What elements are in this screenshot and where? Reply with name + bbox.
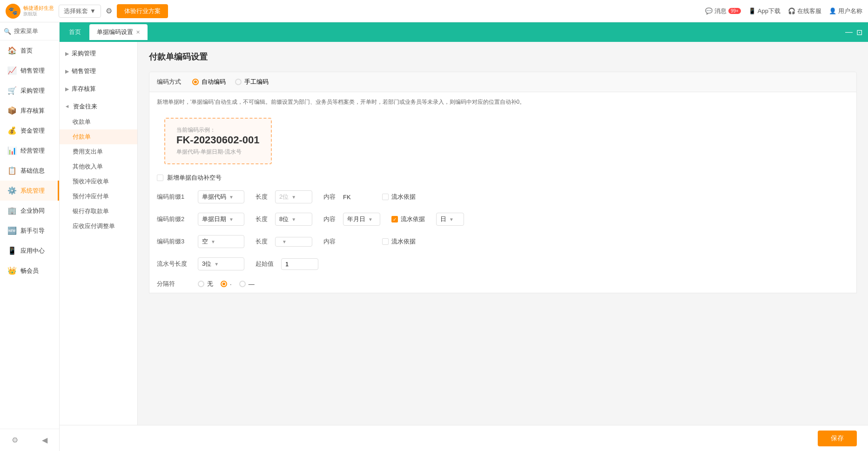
logo-icon: 🐾 (6, 4, 20, 19)
chevron-down-icon: ▼ (229, 217, 234, 222)
length2-select[interactable]: 8位 ▼ (275, 213, 312, 226)
encoding-card: 编码方式 自动编码 手工编码 (149, 72, 857, 293)
subnav-title-capital[interactable]: ▼ 资金往来 (60, 99, 137, 114)
logo: 🐾 畅捷通好生意 旗舰版 (6, 4, 54, 19)
prefix1-select[interactable]: 单据代码 ▼ (198, 190, 244, 203)
subnav-group-purchase: ▶ 采购管理 (60, 46, 137, 61)
serial2-checkbox[interactable]: ✓ (391, 216, 398, 222)
save-button[interactable]: 保存 (818, 431, 857, 446)
subnav-child-payment[interactable]: 付款单 (60, 129, 137, 144)
sidebar-item-purchase[interactable]: 🛒 采购管理 (0, 81, 59, 101)
phone-icon: 📱 (748, 7, 756, 14)
preview-box: 当前编码示例： FK-20230602-001 单据代码-单据日期-流水号 (164, 118, 272, 164)
prefix1-label: 编码前缀1 (157, 193, 190, 201)
page-title: 付款单编码设置 (149, 51, 857, 62)
config-row-2: 编码前缀2 单据日期 ▼ 长度 8位 ▼ 内容 年月日 (149, 208, 857, 230)
sidebar-item-home[interactable]: 🏠 首页 (0, 40, 59, 61)
sidebar-item-basic[interactable]: 📋 基础信息 (0, 161, 59, 181)
serial1-checkbox[interactable] (382, 194, 389, 200)
serial-length-select[interactable]: 3位 ▼ (198, 257, 244, 270)
auto-radio[interactable]: 自动编码 (192, 78, 226, 86)
tab-encoding[interactable]: 单据编码设置 ✕ (89, 24, 148, 40)
sidebar-item-enterprise[interactable]: 🏢 企业协同 (0, 201, 59, 221)
subnav-child-bank-deposit[interactable]: 银行存取款单 (60, 204, 137, 219)
subnav-child-prepay-recv[interactable]: 预收冲应收单 (60, 174, 137, 189)
content3-label: 内容 (323, 237, 336, 246)
serial-length-label: 流水号长度 (157, 260, 190, 268)
tabbar: 首页 单据编码设置 ✕ — ⊡ (60, 22, 868, 42)
arrow-down-icon: ▼ (65, 104, 70, 109)
encoding-method-row: 编码方式 自动编码 手工编码 (149, 72, 857, 92)
subnav-title-inventory[interactable]: ▶ 库存核算 (60, 81, 137, 97)
chevron-down-icon: ▼ (282, 239, 287, 244)
finance-icon: 💰 (7, 126, 17, 135)
message-button[interactable]: 💬 消息 99+ (705, 7, 741, 15)
subnav-group-capital: ▼ 资金往来 收款单 付款单 费用支出单 其他收入单 (60, 99, 137, 234)
home-icon: 🏠 (7, 46, 17, 55)
auto-fill-checkbox[interactable] (157, 175, 163, 181)
settings-bottom-icon[interactable]: ⚙ (9, 433, 21, 447)
tabbar-actions: — ⊡ (845, 28, 866, 37)
enterprise-icon: 🏢 (7, 206, 17, 215)
sep-dot[interactable]: · (221, 281, 232, 288)
search-menu[interactable]: 🔍 搜索菜单 (0, 22, 59, 40)
online-service-button[interactable]: 🎧 在线客服 (788, 7, 821, 15)
chevron-down-icon: ▼ (229, 195, 234, 200)
subnav-child-other-income[interactable]: 其他收入单 (60, 159, 137, 174)
account-dropdown[interactable]: 选择账套 ▼ (59, 5, 101, 18)
serial3-checkbox[interactable] (382, 238, 389, 245)
collapse-icon[interactable]: ◀ (39, 433, 50, 447)
config-row-1: 编码前缀1 单据代码 ▼ 长度 2位 ▼ 内容 FK (149, 186, 857, 208)
system-icon: ⚙️ (7, 186, 17, 195)
subnav-title-sales[interactable]: ▶ 销售管理 (60, 63, 137, 79)
settings-icon[interactable]: ⚙ (106, 7, 112, 15)
start-value-input[interactable] (281, 258, 318, 270)
prefix3-select[interactable]: 空 ▼ (198, 235, 244, 248)
sidebar-item-member[interactable]: 👑 畅会员 (0, 261, 59, 281)
message-icon: 💬 (705, 7, 713, 14)
subnav-child-receipt[interactable]: 收款单 (60, 114, 137, 129)
content2-select[interactable]: 年月日 ▼ (343, 213, 380, 226)
sidebar-item-sales[interactable]: 📈 销售管理 (0, 61, 59, 81)
sep-none-radio (198, 281, 204, 287)
subnav-group-inventory: ▶ 库存核算 (60, 81, 137, 97)
sep-dash-radio (239, 281, 246, 287)
config-row-3: 编码前缀3 空 ▼ 长度 ▼ 内容 (149, 230, 857, 253)
user-menu[interactable]: 👤 用户名称 (829, 7, 862, 15)
length1-select[interactable]: 2位 ▼ (275, 190, 312, 203)
preview-label: 当前编码示例： (176, 126, 260, 134)
sidebar-item-inventory[interactable]: 📦 库存核算 (0, 101, 59, 121)
trial-button[interactable]: 体验行业方案 (117, 4, 168, 18)
manual-radio[interactable]: 手工编码 (235, 78, 269, 86)
sidebar-item-system[interactable]: ⚙️ 系统管理 (0, 181, 59, 201)
sidebar-item-guide[interactable]: 🆕 新手引导 (0, 221, 59, 241)
maximize-icon[interactable]: ⊡ (856, 28, 862, 37)
length2-label: 长度 (256, 215, 268, 223)
separator-label: 分隔符 (157, 280, 190, 288)
app-download-button[interactable]: 📱 App下载 (748, 7, 781, 15)
tab-home[interactable]: 首页 (61, 24, 88, 40)
sidebar-item-operations[interactable]: 📊 经营管理 (0, 141, 59, 161)
chevron-down-icon: ▼ (211, 239, 215, 244)
inventory-icon: 📦 (7, 106, 17, 115)
minimize-icon[interactable]: — (845, 28, 853, 36)
length3-select[interactable]: ▼ (275, 237, 312, 247)
sales-icon: 📈 (7, 66, 17, 75)
sep-dash[interactable]: — (239, 281, 255, 288)
encoding-radio-group: 自动编码 手工编码 (192, 78, 269, 86)
subnav-title-purchase[interactable]: ▶ 采购管理 (60, 46, 137, 61)
prefix2-select[interactable]: 单据日期 ▼ (198, 213, 244, 226)
period2-select[interactable]: 日 ▼ (436, 213, 464, 226)
subnav-child-prepay-pay[interactable]: 预付冲应付单 (60, 189, 137, 204)
page-content: ▶ 采购管理 ▶ 销售管理 ▶ 库存核算 (60, 42, 868, 425)
sep-none[interactable]: 无 (198, 280, 213, 288)
headset-icon: 🎧 (788, 7, 795, 14)
prefix2-label: 编码前缀2 (157, 215, 190, 223)
subnav-child-ar-ap-adjust[interactable]: 应收应付调整单 (60, 219, 137, 234)
subnav-child-expense[interactable]: 费用支出单 (60, 144, 137, 159)
tab-close-icon[interactable]: ✕ (136, 29, 140, 35)
main-layout: 🔍 搜索菜单 🏠 首页 📈 销售管理 🛒 采购管理 📦 库存核算 💰 资金管理 … (0, 22, 868, 451)
sidebar-item-apps[interactable]: 📱 应用中心 (0, 241, 59, 261)
length1-label: 长度 (256, 193, 268, 201)
sidebar-item-finance[interactable]: 💰 资金管理 (0, 121, 59, 141)
